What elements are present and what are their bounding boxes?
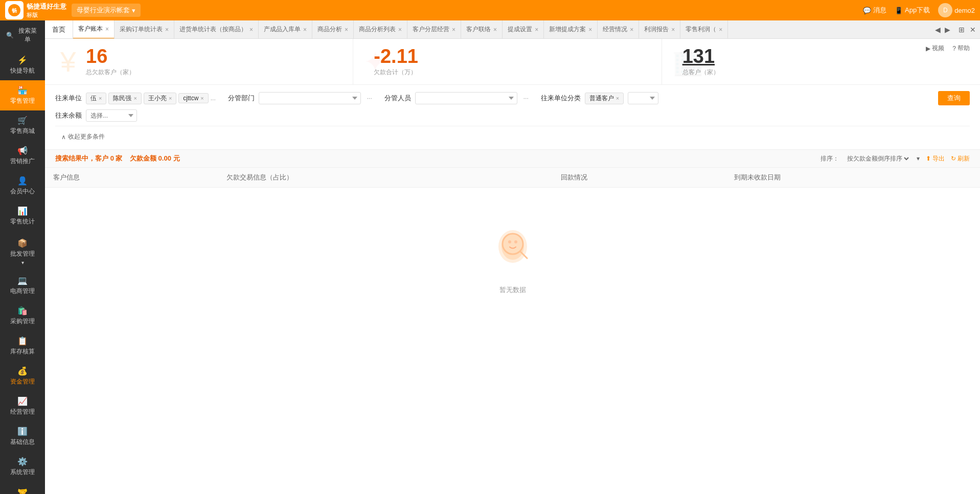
user-menu[interactable]: D demo2 — [938, 3, 975, 17]
mall-icon: 🛒 — [17, 116, 28, 125]
tab-retail-profit-close[interactable]: × — [719, 26, 722, 33]
amount-value: 0.00 — [158, 154, 171, 162]
summary-prefix: 搜索结果中，客户 — [55, 154, 108, 162]
stat-value-1: 16 — [86, 47, 135, 66]
collapse-area: ∧ 收起更多条件 — [55, 126, 970, 143]
tab-product-analysis-list[interactable]: 商品分析列表 × — [354, 20, 407, 39]
tab-actions: ⊞ ✕ — [954, 25, 980, 35]
col-debt-info: 欠款交易信息（占比） — [218, 168, 553, 188]
person-more-icon[interactable]: ··· — [523, 95, 529, 102]
customer-unit: 家 — [116, 154, 122, 162]
sidebar-item-batch-mgmt[interactable]: 📦 批发管理 ▾ — [0, 233, 45, 271]
remove-wu-btn[interactable]: × — [99, 95, 102, 101]
collapse-btn[interactable]: ∧ 收起更多条件 — [55, 130, 111, 143]
tab-operations-status-close[interactable]: × — [630, 26, 633, 33]
sort-select[interactable]: 按欠款金额倒序排序 — [845, 154, 910, 163]
amount-select[interactable]: 选择... — [86, 109, 137, 122]
sidebar-item-finance[interactable]: 💰 资金管理 — [0, 361, 45, 391]
remove-wang-btn[interactable]: × — [169, 95, 172, 101]
sidebar-item-label: 会员中心 — [10, 187, 35, 196]
chevron-up-icon: ∧ — [61, 133, 66, 141]
remove-cjttcw-btn[interactable]: × — [200, 95, 203, 101]
tab-close-all-btn[interactable]: ✕ — [968, 25, 978, 35]
tab-customer-book[interactable]: 客户账本 × — [73, 20, 115, 39]
export-btn[interactable]: ⬆ 导出 — [926, 154, 945, 163]
sidebar-item-basic-info[interactable]: ℹ️ 基础信息 — [0, 421, 45, 452]
tab-scroll-right[interactable]: ▶ — [943, 25, 952, 35]
tab-stock-stats-label: 进货单统计表（按商品） — [179, 25, 247, 34]
more-unit-tags-btn[interactable]: ... — [211, 95, 216, 102]
dept-select[interactable] — [259, 92, 361, 104]
tab-expand-btn[interactable]: ⊞ — [956, 25, 967, 35]
app-root: 畅 畅捷通好生意 标版 母婴行业演示帐套 ▾ 💬 消息 📱 App下载 — [0, 0, 980, 494]
sidebar-item-purchase-mgmt[interactable]: 🛍️ 采购管理 — [0, 301, 45, 331]
logo-area: 畅 畅捷通好生意 标版 — [5, 1, 66, 19]
search-menu-button[interactable]: 🔍 搜索菜单 — [4, 25, 41, 46]
person-select[interactable] — [415, 92, 517, 104]
tab-operations-status[interactable]: 经营情况 × — [598, 20, 639, 39]
sidebar-item-enterprise[interactable]: 🤝 企业协同 — [0, 482, 45, 494]
sidebar-item-retail-mall[interactable]: 🛒 零售商城 — [0, 110, 45, 141]
tab-retail-profit[interactable]: 零售利润（ × — [680, 20, 728, 39]
sidebar-item-system[interactable]: ⚙️ 系统管理 — [0, 452, 45, 482]
sidebar: 🔍 搜索菜单 ⚡ 快捷导航 🏪 零售管理 🛒 零售商城 📢 营销推广 — [0, 20, 45, 494]
tab-raise-settings-close[interactable]: × — [535, 26, 538, 33]
stat-item-1: ¥ 16 总欠款客户（家） — [55, 39, 353, 84]
tab-profit-report-close[interactable]: × — [671, 26, 675, 33]
video-link[interactable]: ▶ 视频 — [926, 44, 944, 53]
tab-purchase-order-label: 采购订单统计表 — [120, 25, 163, 34]
unit-tag-cjttcw: cjttcw × — [178, 93, 208, 103]
col-repayment: 回款情况 — [553, 168, 726, 188]
messages-btn[interactable]: 💬 消息 — [863, 6, 886, 15]
query-button[interactable]: 查询 — [938, 91, 970, 105]
tab-product-analysis-list-close[interactable]: × — [398, 26, 402, 33]
tab-new-plan-close[interactable]: × — [588, 26, 592, 33]
member-icon: 👤 — [17, 176, 28, 186]
app-download-btn[interactable]: 📱 App下载 — [895, 6, 930, 15]
refresh-btn[interactable]: ↻ 刷新 — [951, 154, 970, 163]
sidebar-item-marketing[interactable]: 📢 营销推广 — [0, 141, 45, 171]
tab-customer-tier[interactable]: 客户分层经营 × — [407, 20, 461, 39]
sidebar-item-inventory[interactable]: 📋 库存核算 — [0, 331, 45, 361]
company-selector[interactable]: 母婴行业演示帐套 ▾ — [72, 4, 141, 17]
stat-content-1: 16 总欠款客户（家） — [65, 47, 135, 77]
tab-bar: 首页 客户账本 × 采购订单统计表 × 进货单统计表（按商品） × 产成品入库单… — [45, 20, 980, 39]
filter-row-2: 往来余额 选择... — [55, 109, 970, 122]
tab-scroll-left[interactable]: ◀ — [933, 25, 943, 35]
tab-customer-contact[interactable]: 客户联络 × — [461, 20, 503, 39]
sidebar-item-operations[interactable]: 📈 经营管理 — [0, 391, 45, 421]
sidebar-item-ecommerce[interactable]: 💻 电商管理 — [0, 271, 45, 301]
tab-customer-contact-label: 客户联络 — [466, 25, 491, 34]
tab-profit-report[interactable]: 利润报告 × — [639, 20, 680, 39]
sidebar-item-member-center[interactable]: 👤 会员中心 — [0, 171, 45, 201]
remove-common-btn[interactable]: × — [616, 95, 619, 101]
quick-nav-icon: ⚡ — [17, 55, 28, 65]
tab-customer-book-close[interactable]: × — [105, 26, 109, 33]
tab-stock-stats-close[interactable]: × — [249, 26, 253, 33]
tab-product-analysis[interactable]: 商品分析 × — [312, 20, 354, 39]
tab-home[interactable]: 首页 — [45, 20, 73, 39]
messages-label: 消息 — [873, 6, 886, 15]
sidebar-item-quick-nav[interactable]: ⚡ 快捷导航 — [0, 50, 45, 80]
tab-cost-entry[interactable]: 产成品入库单 × — [259, 20, 312, 39]
tab-raise-settings[interactable]: 提成设置 × — [503, 20, 544, 39]
tab-customer-tier-close[interactable]: × — [452, 26, 455, 33]
stats-bar: ¥ 16 总欠款客户（家） ✦ -2.11 欠款合计（万） — [45, 39, 980, 85]
sidebar-item-label: 基础信息 — [10, 438, 35, 446]
dept-more-icon[interactable]: ··· — [367, 95, 372, 102]
tab-product-analysis-close[interactable]: × — [345, 26, 348, 33]
tab-stock-stats[interactable]: 进货单统计表（按商品） × — [174, 20, 259, 39]
sidebar-item-retail-mgmt[interactable]: 🏪 零售管理 — [0, 80, 45, 110]
top-bar: 畅 畅捷通好生意 标版 母婴行业演示帐套 ▾ 💬 消息 📱 App下载 — [0, 0, 980, 20]
download-icon: 📱 — [895, 7, 903, 14]
remove-chen-btn[interactable]: × — [133, 95, 136, 101]
tab-purchase-order[interactable]: 采购订单统计表 × — [115, 20, 174, 39]
tab-cost-entry-close[interactable]: × — [303, 26, 307, 33]
help-link[interactable]: ? 帮助 — [952, 44, 970, 53]
tab-purchase-order-close[interactable]: × — [165, 26, 169, 33]
tab-new-plan[interactable]: 新增提成方案 × — [544, 20, 598, 39]
top-bar-right: 💬 消息 📱 App下载 D demo2 — [863, 3, 975, 17]
category-select[interactable] — [628, 92, 658, 104]
tab-customer-contact-close[interactable]: × — [493, 26, 497, 33]
sidebar-item-retail-stats[interactable]: 📊 零售统计 — [0, 201, 45, 231]
